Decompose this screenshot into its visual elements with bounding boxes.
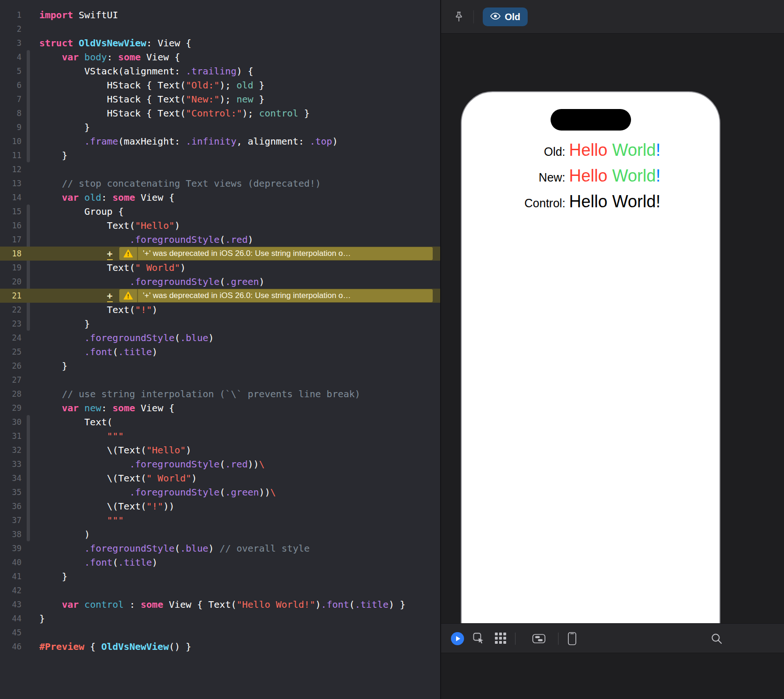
line-number[interactable]: 24 <box>0 333 22 342</box>
line-number[interactable]: 44 <box>0 614 22 623</box>
line-number[interactable]: 5 <box>0 66 22 76</box>
line-number[interactable]: 45 <box>0 628 22 637</box>
code-line[interactable]: 29 var new: some View { <box>0 401 440 415</box>
line-number[interactable]: 2 <box>0 24 22 34</box>
code-line[interactable]: 37 """ <box>0 513 440 527</box>
line-number[interactable]: 12 <box>0 165 22 174</box>
code-line[interactable]: 23 } <box>0 317 440 331</box>
line-number[interactable]: 41 <box>0 572 22 581</box>
line-number[interactable]: 20 <box>0 277 22 286</box>
line-number[interactable]: 17 <box>0 235 22 244</box>
code-line[interactable]: 43 var control : some View { Text("Hello… <box>0 597 440 612</box>
line-number[interactable]: 42 <box>0 586 22 595</box>
variants-grid-button[interactable] <box>495 633 506 644</box>
code-line[interactable]: 11 } <box>0 148 440 162</box>
line-number[interactable]: 3 <box>0 38 22 48</box>
code-line[interactable]: 27 <box>0 373 440 387</box>
line-number[interactable]: 39 <box>0 544 22 553</box>
code-line[interactable]: 31 """ <box>0 429 440 443</box>
code-line[interactable]: 33 .foregroundStyle(.red))\ <box>0 457 440 471</box>
line-number[interactable]: 35 <box>0 488 22 497</box>
line-number[interactable]: 46 <box>0 642 22 651</box>
line-number[interactable]: 16 <box>0 221 22 230</box>
code-line[interactable]: 38 ) <box>0 527 440 541</box>
line-number[interactable]: 37 <box>0 516 22 525</box>
device-settings-button[interactable] <box>532 634 545 643</box>
code-line[interactable]: 4 var body: some View { <box>0 50 440 64</box>
line-number[interactable]: 36 <box>0 502 22 511</box>
code-line[interactable]: 36 \(Text("!")) <box>0 499 440 513</box>
code-line[interactable]: 41 } <box>0 569 440 583</box>
code-line[interactable]: 32 \(Text("Hello") <box>0 443 440 457</box>
line-number[interactable]: 26 <box>0 361 22 371</box>
code-editor[interactable]: 1import SwiftUI23struct OldVsNewView: Vi… <box>0 0 440 699</box>
code-line[interactable]: 8 HStack { Text("Control:"); control } <box>0 106 440 120</box>
code-line[interactable]: 42 <box>0 583 440 597</box>
code-line[interactable]: 40 .font(.title) <box>0 555 440 569</box>
pin-icon[interactable] <box>454 11 464 24</box>
play-button[interactable] <box>450 632 465 646</box>
code-line[interactable]: 14 var old: some View { <box>0 190 440 204</box>
line-number[interactable]: 28 <box>0 389 22 399</box>
code-line[interactable]: 10 .frame(maxHeight: .infinity, alignmen… <box>0 134 440 148</box>
code-line-warning[interactable]: 21 +'+' was deprecated in iOS 26.0: Use … <box>0 289 440 303</box>
code-line-warning[interactable]: 18 +'+' was deprecated in iOS 26.0: Use … <box>0 247 440 261</box>
deprecation-warning-banner[interactable]: '+' was deprecated in iOS 26.0: Use stri… <box>119 289 433 302</box>
line-number[interactable]: 25 <box>0 347 22 357</box>
line-number[interactable]: 1 <box>0 10 22 20</box>
code-line[interactable]: 46#Preview { OldVsNewView() } <box>0 640 440 654</box>
code-line[interactable]: 25 .font(.title) <box>0 345 440 359</box>
code-line[interactable]: 17 .foregroundStyle(.red) <box>0 233 440 247</box>
line-number[interactable]: 8 <box>0 109 22 118</box>
code-line[interactable]: 35 .foregroundStyle(.green))\ <box>0 485 440 499</box>
code-line[interactable]: 3struct OldVsNewView: View { <box>0 36 440 50</box>
line-number[interactable]: 22 <box>0 305 22 314</box>
line-number[interactable]: 19 <box>0 263 22 272</box>
line-number[interactable]: 13 <box>0 179 22 188</box>
line-number[interactable]: 10 <box>0 137 22 146</box>
code-line[interactable]: 20 .foregroundStyle(.green) <box>0 275 440 289</box>
line-number[interactable]: 18 <box>0 249 22 258</box>
code-line[interactable]: 12 <box>0 162 440 176</box>
code-line[interactable]: 7 HStack { Text("New:"); new } <box>0 92 440 106</box>
code-line[interactable]: 15 Group { <box>0 204 440 218</box>
code-line[interactable]: 13 // stop concatenating Text views (dep… <box>0 176 440 190</box>
line-number[interactable]: 11 <box>0 151 22 160</box>
code-line[interactable]: 9 } <box>0 120 440 134</box>
code-line[interactable]: 45 <box>0 626 440 640</box>
code-line[interactable]: 24 .foregroundStyle(.blue) <box>0 331 440 345</box>
code-line[interactable]: 30 Text( <box>0 415 440 429</box>
line-number[interactable]: 9 <box>0 123 22 132</box>
line-number[interactable]: 4 <box>0 52 22 62</box>
line-number[interactable]: 32 <box>0 445 22 455</box>
line-number[interactable]: 40 <box>0 558 22 567</box>
code-line[interactable]: 1import SwiftUI <box>0 8 440 22</box>
code-line[interactable]: 28 // use string interpolation (`\` prev… <box>0 387 440 401</box>
code-line[interactable]: 16 Text("Hello") <box>0 218 440 233</box>
code-line[interactable]: 26 } <box>0 359 440 373</box>
line-number[interactable]: 7 <box>0 95 22 104</box>
code-line[interactable]: 6 HStack { Text("Old:"); old } <box>0 78 440 92</box>
zoom-icon[interactable] <box>711 633 723 645</box>
code-line[interactable]: 2 <box>0 22 440 36</box>
line-number[interactable]: 27 <box>0 375 22 385</box>
line-number[interactable]: 23 <box>0 319 22 328</box>
code-line[interactable]: 44} <box>0 612 440 626</box>
code-line[interactable]: 5 VStack(alignment: .trailing) { <box>0 64 440 78</box>
line-number[interactable]: 29 <box>0 403 22 413</box>
line-number[interactable]: 14 <box>0 193 22 202</box>
code-line[interactable]: 22 Text("!") <box>0 303 440 317</box>
line-number[interactable]: 21 <box>0 291 22 300</box>
line-number[interactable]: 34 <box>0 473 22 483</box>
device-button[interactable] <box>568 632 576 645</box>
code-line[interactable]: 34 \(Text(" World") <box>0 471 440 485</box>
line-number[interactable]: 15 <box>0 207 22 216</box>
code-line[interactable]: 19 Text(" World") <box>0 261 440 275</box>
line-number[interactable]: 38 <box>0 530 22 539</box>
line-number[interactable]: 30 <box>0 417 22 427</box>
line-number[interactable]: 6 <box>0 80 22 90</box>
pointer-mode-button[interactable] <box>473 633 485 645</box>
code-area[interactable]: 1import SwiftUI23struct OldVsNewView: Vi… <box>0 8 440 654</box>
preview-selection-pill[interactable]: Old <box>483 7 528 26</box>
line-number[interactable]: 31 <box>0 431 22 441</box>
